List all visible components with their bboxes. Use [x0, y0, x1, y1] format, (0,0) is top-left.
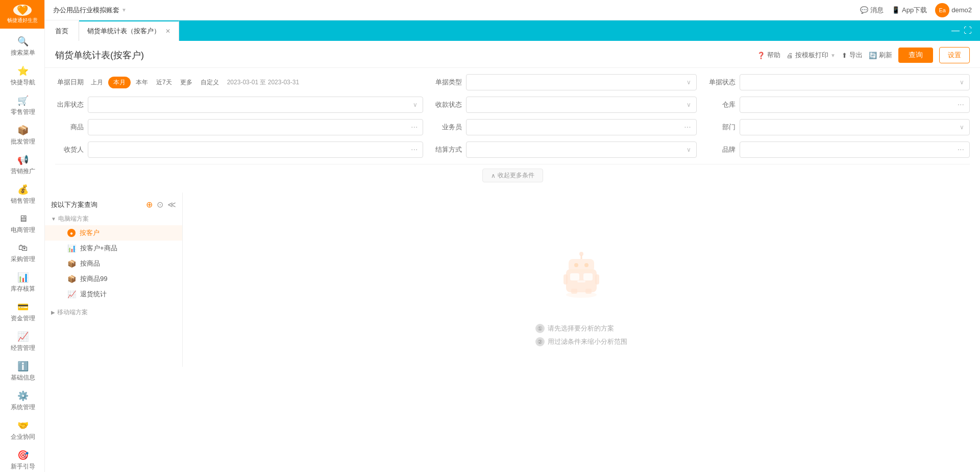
- tab-home[interactable]: 首页: [45, 20, 79, 41]
- phone-icon: 📱: [892, 6, 900, 14]
- goods-control[interactable]: ···: [88, 119, 423, 135]
- stock-status-label: 出库状态: [55, 100, 84, 109]
- help-icon: ❓: [757, 52, 765, 59]
- sidebar-item-label: 采购管理: [11, 255, 35, 264]
- print-icon: 🖨: [787, 52, 793, 59]
- tab-sales-stat[interactable]: 销货单统计表（按客户） ✕: [79, 20, 179, 41]
- order-status-label: 单据状态: [707, 78, 736, 87]
- sidebar-item-collab[interactable]: 🤝 企业协同: [0, 416, 44, 445]
- print-label: 按模板打印: [795, 51, 828, 60]
- sidebar-item-operation[interactable]: 📈 经营管理: [0, 327, 44, 357]
- sidebar-item-retail[interactable]: 🛒 零售管理: [0, 91, 44, 121]
- salesman-control[interactable]: ···: [466, 119, 696, 135]
- empty-hint-2: ② 用过滤条件来缩小分析范围: [535, 337, 627, 346]
- tree-item-return[interactable]: 📈 退货统计: [45, 287, 182, 302]
- avatar: Ea: [935, 3, 949, 17]
- date-btn-7days[interactable]: 近7天: [153, 77, 175, 88]
- filter-panel: 单据日期 上月 本月 本年 近7天 更多 自定义 2023-03-01 至 20…: [45, 68, 980, 193]
- user-area[interactable]: Ea demo2: [935, 3, 972, 17]
- warehouse-control[interactable]: ···: [740, 97, 970, 113]
- tree-item-customer-goods[interactable]: 📊 按客户+商品: [45, 241, 182, 256]
- tree-item-customer[interactable]: ● 按客户: [45, 225, 182, 241]
- filter-order-status: 单据状态 ∨: [707, 74, 970, 90]
- export-btn[interactable]: ⬆ 导出: [842, 51, 863, 60]
- tab-close-icon[interactable]: ✕: [165, 28, 170, 35]
- tree-expand-icon[interactable]: ▼: [51, 216, 56, 222]
- sidebar-item-finance[interactable]: 💳 资金管理: [0, 297, 44, 327]
- svg-rect-5: [564, 274, 568, 285]
- set-button[interactable]: 设置: [939, 47, 970, 63]
- hint-text-2: 用过滤条件来缩小分析范围: [548, 337, 627, 346]
- card-icon: 💳: [17, 301, 29, 313]
- help-btn[interactable]: ❓ 帮助: [757, 51, 780, 60]
- sidebar-item-shortcut[interactable]: ⭐ 快捷导航: [0, 61, 44, 91]
- sidebar-item-inventory[interactable]: 📊 库存核算: [0, 268, 44, 297]
- left-panel-title: 按以下方案查询: [51, 200, 97, 209]
- filter-goods: 商品 ···: [55, 119, 423, 135]
- warehouse-dots[interactable]: ···: [958, 100, 964, 109]
- date-range-text: 2023-03-01 至 2023-03-31: [227, 78, 299, 87]
- collapse-button[interactable]: ∧ 收起更多条件: [482, 169, 543, 182]
- sidebar-item-basic[interactable]: ℹ️ 基础信息: [0, 357, 44, 386]
- header-right: 💬 消息 📱 App下载 Ea demo2: [860, 3, 972, 17]
- refresh-btn[interactable]: 🔄 刷新: [869, 51, 892, 60]
- warehouse-label: 仓库: [707, 100, 736, 109]
- page-title-bar: 销货单统计表(按客户) ❓ 帮助 🖨 按模板打印 ▼ ⬆ 导出: [45, 41, 980, 68]
- payment-status-control[interactable]: ∨: [466, 97, 696, 113]
- date-btn-this-month[interactable]: 本月: [108, 77, 131, 88]
- tree-expand-mobile-icon[interactable]: ▶: [51, 310, 55, 315]
- breadcrumb-select[interactable]: 办公用品行业模拟账套 ▼: [53, 6, 127, 15]
- logo-area[interactable]: 🧡 畅捷通好生意: [0, 0, 44, 29]
- sidebar-item-wholesale[interactable]: 📦 批发管理: [0, 121, 44, 150]
- sidebar-item-marketing[interactable]: 📢 营销推广: [0, 150, 44, 180]
- order-status-control[interactable]: ∨: [740, 74, 970, 90]
- tree-item-goods99[interactable]: 📦 按商品99: [45, 271, 182, 287]
- svg-rect-6: [595, 274, 599, 285]
- chart-icon: 📊: [17, 272, 29, 283]
- sidebar-item-ecommerce[interactable]: 🖥 电商管理: [0, 209, 44, 239]
- date-btn-last-month[interactable]: 上月: [88, 77, 106, 88]
- username-label: demo2: [951, 6, 972, 14]
- filter-row-1: 单据日期 上月 本月 本年 近7天 更多 自定义 2023-03-01 至 20…: [55, 74, 970, 90]
- export-label: 导出: [849, 51, 863, 60]
- header-left: 办公用品行业模拟账套 ▼: [53, 6, 127, 15]
- sidebar-item-label: 新手引导: [11, 462, 35, 471]
- tab-maximize-icon[interactable]: ⛶: [964, 26, 972, 35]
- receiver-control[interactable]: ···: [88, 141, 423, 158]
- order-type-control[interactable]: ∨: [466, 74, 696, 90]
- brand-dots[interactable]: ···: [958, 145, 964, 154]
- brand-control[interactable]: ···: [740, 141, 970, 158]
- sidebar-item-label: 电商管理: [11, 226, 35, 234]
- settlement-control[interactable]: ∨: [466, 141, 696, 158]
- salesman-dots[interactable]: ···: [684, 123, 691, 132]
- tree-item-goods[interactable]: 📦 按商品: [45, 256, 182, 271]
- receiver-dots[interactable]: ···: [411, 145, 418, 154]
- message-btn[interactable]: 💬 消息: [860, 6, 884, 15]
- edit-plan-icon[interactable]: ⊙: [157, 200, 163, 209]
- stock-status-control[interactable]: ∨: [88, 97, 423, 113]
- collapse-panel-icon[interactable]: ≪: [167, 200, 176, 209]
- sidebar-item-label: 库存核算: [11, 285, 35, 293]
- sidebar-item-search[interactable]: 🔍 搜索菜单: [0, 32, 44, 61]
- date-btn-this-year[interactable]: 本年: [133, 77, 151, 88]
- filter-payment-status: 收款状态 ∨: [433, 97, 696, 113]
- sidebar-item-guide[interactable]: 🎯 新手引导: [0, 445, 44, 472]
- message-icon: 💬: [860, 6, 868, 14]
- add-plan-icon[interactable]: ⊕: [146, 200, 153, 209]
- goods-dots[interactable]: ···: [411, 123, 418, 132]
- sidebar-item-purchase[interactable]: 🛍 采购管理: [0, 239, 44, 268]
- salesman-label: 业务员: [433, 123, 462, 132]
- settlement-chevron: ∨: [687, 146, 691, 153]
- sidebar-item-sales[interactable]: 💰 销售管理: [0, 180, 44, 209]
- print-btn[interactable]: 🖨 按模板打印 ▼: [787, 51, 836, 60]
- tab-minimize-icon[interactable]: —: [951, 26, 960, 35]
- date-btn-custom[interactable]: 自定义: [198, 77, 222, 88]
- sidebar-item-system[interactable]: ⚙️ 系统管理: [0, 386, 44, 416]
- left-panel-header: 按以下方案查询 ⊕ ⊙ ≪: [45, 197, 182, 213]
- app-download-btn[interactable]: 📱 App下载: [892, 6, 927, 15]
- query-button[interactable]: 查询: [898, 48, 933, 63]
- sidebar-item-label: 资金管理: [11, 314, 35, 323]
- date-btn-more[interactable]: 更多: [177, 77, 195, 88]
- sidebar-item-label: 搜索菜单: [11, 49, 35, 57]
- dept-control[interactable]: ∨: [740, 119, 970, 135]
